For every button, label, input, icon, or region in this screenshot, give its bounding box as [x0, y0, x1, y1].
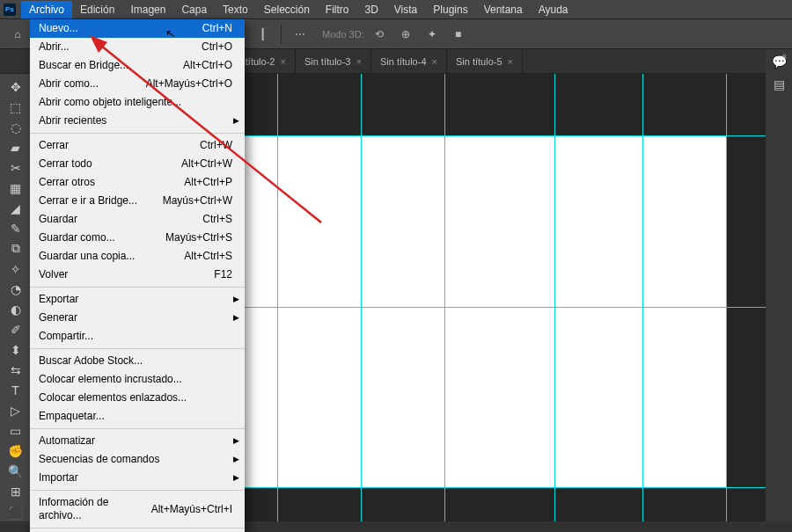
- tool-button[interactable]: ⊞: [4, 483, 28, 501]
- document-tab[interactable]: Sin título-3×: [296, 49, 371, 74]
- menu-selección[interactable]: Selección: [256, 1, 318, 18]
- menu-filtro[interactable]: Filtro: [318, 1, 357, 18]
- menu-item[interactable]: Empaquetar...: [30, 407, 245, 426]
- menu-item[interactable]: Buscar en Bridge...Alt+Ctrl+O: [30, 56, 245, 75]
- menu-item[interactable]: GuardarCtrl+S: [30, 210, 245, 229]
- tool-button[interactable]: ⟡: [4, 259, 28, 278]
- tool-button[interactable]: ◐: [4, 301, 28, 319]
- tool-button[interactable]: ⬚: [4, 98, 28, 116]
- tool-button[interactable]: ◢: [4, 199, 28, 217]
- menu-item[interactable]: Cerrar e ir a Bridge...Mayús+Ctrl+W: [30, 192, 245, 210]
- file-menu-dropdown: Nuevo...Ctrl+NAbrir...Ctrl+OBuscar en Br…: [30, 19, 245, 532]
- app-logo: Ps: [4, 4, 16, 16]
- submenu-arrow-icon: ▶: [233, 114, 239, 128]
- submenu-arrow-icon: ▶: [233, 311, 239, 324]
- menu-item[interactable]: Abrir recientes▶: [30, 112, 245, 130]
- menu-item[interactable]: Generar▶: [30, 309, 245, 327]
- menu-item[interactable]: Nuevo...Ctrl+N: [30, 19, 245, 38]
- menu-item[interactable]: Guardar una copia...Alt+Ctrl+S: [30, 247, 245, 266]
- menu-item[interactable]: Abrir como...Alt+Mayús+Ctrl+O: [30, 75, 245, 93]
- submenu-arrow-icon: ▶: [233, 434, 239, 448]
- menu-archivo[interactable]: Archivo: [21, 1, 72, 18]
- tool-button[interactable]: ⧉: [4, 239, 28, 258]
- menu-item[interactable]: Abrir como objeto inteligente...: [30, 93, 245, 112]
- menu-item[interactable]: Automatizar▶: [30, 432, 245, 450]
- menu-plugins[interactable]: Plugins: [425, 1, 475, 18]
- distribute-h-icon[interactable]: ┃: [251, 24, 274, 45]
- menu-item[interactable]: Secuencias de comandos▶: [30, 450, 245, 469]
- document-tab[interactable]: Sin título-4×: [371, 49, 447, 74]
- tool-button[interactable]: ▭: [4, 422, 28, 441]
- panels-dock: « 💬 ▤: [766, 49, 792, 521]
- tool-button[interactable]: ⬛: [4, 503, 28, 521]
- tool-button[interactable]: ▷: [4, 402, 28, 420]
- menu-texto[interactable]: Texto: [215, 1, 256, 18]
- menu-edición[interactable]: Edición: [72, 1, 122, 18]
- menu-ventana[interactable]: Ventana: [476, 1, 531, 18]
- menu-item[interactable]: Cerrar todoAlt+Ctrl+W: [30, 155, 245, 173]
- tool-button[interactable]: ◌: [4, 118, 28, 136]
- submenu-arrow-icon: ▶: [233, 453, 239, 466]
- menu-capa[interactable]: Capa: [173, 1, 215, 18]
- submenu-arrow-icon: ▶: [233, 293, 239, 306]
- menu-vista[interactable]: Vista: [386, 1, 425, 18]
- camera-icon[interactable]: ■: [447, 24, 470, 45]
- menu-item[interactable]: Buscar Adobe Stock...: [30, 352, 245, 370]
- home-icon[interactable]: ⌂: [7, 24, 28, 45]
- menu-ayuda[interactable]: Ayuda: [531, 1, 576, 18]
- tools-panel: ✥⬚◌▰✂▦◢✎⧉⟡◔◐✐⬍⇆T▷▭✊🔍⊞⬛: [0, 74, 31, 521]
- tool-button[interactable]: T: [4, 382, 28, 400]
- menu-item[interactable]: CerrarCtrl+W: [30, 136, 245, 155]
- tool-button[interactable]: ▦: [4, 179, 28, 197]
- tool-button[interactable]: ✂: [4, 158, 28, 177]
- close-tab-icon[interactable]: ×: [508, 56, 513, 67]
- close-tab-icon[interactable]: ×: [432, 56, 437, 67]
- tool-button[interactable]: ✐: [4, 321, 28, 339]
- tool-button[interactable]: ⬍: [4, 341, 28, 360]
- document-tab[interactable]: Sin título-5×: [447, 49, 523, 74]
- menu-item[interactable]: Compartir...: [30, 327, 245, 346]
- close-tab-icon[interactable]: ×: [356, 56, 361, 67]
- tool-button[interactable]: ⇆: [4, 361, 28, 380]
- menu-item[interactable]: Abrir...Ctrl+O: [30, 38, 245, 56]
- tool-button[interactable]: ▰: [4, 138, 28, 157]
- menubar: Ps ArchivoEdiciónImagenCapaTextoSelecció…: [0, 0, 792, 19]
- menu-item[interactable]: Exportar▶: [30, 290, 245, 309]
- orbit-icon[interactable]: ⟲: [368, 24, 391, 45]
- more-options-icon[interactable]: ⋯: [289, 24, 312, 45]
- menu-imagen[interactable]: Imagen: [122, 1, 173, 18]
- dolly-icon[interactable]: ✦: [421, 24, 444, 45]
- close-tab-icon[interactable]: ×: [280, 56, 285, 67]
- menu-item[interactable]: Colocar elementos enlazados...: [30, 389, 245, 407]
- menu-item[interactable]: VolverF12: [30, 266, 245, 284]
- tool-button[interactable]: 🔍: [4, 463, 28, 481]
- menu-item[interactable]: Información de archivo...Alt+Mayús+Ctrl+…: [30, 493, 245, 525]
- submenu-arrow-icon: ▶: [233, 471, 239, 485]
- tool-button[interactable]: ✎: [4, 219, 28, 237]
- menu-item[interactable]: Cerrar otrosAlt+Ctrl+P: [30, 173, 245, 192]
- menu-3d[interactable]: 3D: [356, 1, 385, 18]
- pan-icon[interactable]: ⊕: [394, 24, 417, 45]
- collapse-panels-icon[interactable]: «: [781, 51, 787, 61]
- tool-button[interactable]: ✥: [4, 77, 28, 96]
- menu-item[interactable]: Guardar como...Mayús+Ctrl+S: [30, 229, 245, 247]
- tool-button[interactable]: ◔: [4, 280, 28, 298]
- menu-item[interactable]: Colocar elemento incrustado...: [30, 370, 245, 389]
- mouse-cursor-icon: ↖: [165, 26, 178, 41]
- modo-3d-label: Modo 3D:: [322, 29, 364, 40]
- properties-panel-icon[interactable]: ▤: [774, 77, 785, 91]
- menu-item[interactable]: Importar▶: [30, 469, 245, 487]
- tool-button[interactable]: ✊: [4, 442, 28, 461]
